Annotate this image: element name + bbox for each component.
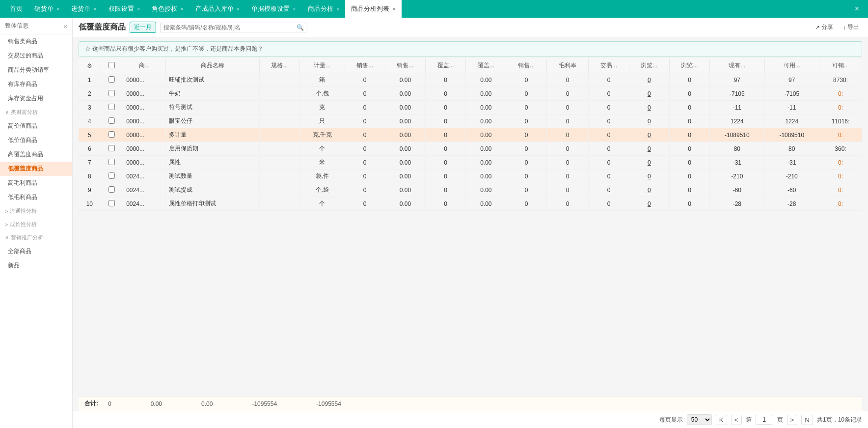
close-product-analysis-tab[interactable]: ×: [336, 6, 339, 12]
th-saleable[interactable]: 可销...: [819, 58, 862, 73]
th-view2[interactable]: 浏览...: [669, 58, 709, 73]
row-checkbox[interactable]: [101, 170, 123, 183]
sidebar-item-stock-capital[interactable]: 库存资金占用: [0, 91, 72, 106]
row-select-checkbox[interactable]: [108, 104, 115, 110]
close-role-tab[interactable]: ×: [180, 6, 183, 12]
close-purchase-tab[interactable]: ×: [93, 6, 96, 12]
row-view1[interactable]: 0: [629, 156, 669, 170]
row-view1[interactable]: 0: [629, 170, 669, 183]
close-product-analysis-list-tab[interactable]: ×: [392, 6, 395, 12]
sidebar-item-low-profit[interactable]: 低毛利商品: [0, 190, 72, 204]
view1-link[interactable]: 0: [648, 77, 651, 84]
nav-role[interactable]: 角色授权 ×: [146, 0, 189, 18]
prev-page-button[interactable]: <: [731, 415, 742, 425]
th-gross[interactable]: 毛利率: [546, 58, 589, 73]
row-select-checkbox[interactable]: [108, 186, 115, 193]
export-button[interactable]: ↓ 导出: [840, 22, 862, 32]
view1-link[interactable]: 0: [648, 104, 651, 111]
close-template-tab[interactable]: ×: [293, 6, 296, 12]
nav-sales[interactable]: 销货单 ×: [28, 0, 65, 18]
sidebar-item-low-coverage[interactable]: 低覆盖度商品: [0, 162, 72, 176]
row-checkbox[interactable]: [101, 156, 123, 170]
select-all-checkbox[interactable]: [108, 62, 115, 68]
view1-link[interactable]: 0: [648, 173, 651, 180]
sidebar-item-stock-products[interactable]: 有库存商品: [0, 77, 72, 91]
sidebar-item-sales-products[interactable]: 销售类商品: [0, 34, 72, 49]
sidebar-collapse-button[interactable]: «: [63, 22, 67, 30]
th-checkbox[interactable]: [101, 58, 123, 73]
th-sales-qty[interactable]: 销售...: [345, 58, 385, 73]
row-checkbox[interactable]: [101, 183, 123, 197]
row-checkbox[interactable]: [101, 142, 123, 156]
nav-home[interactable]: 首页: [4, 0, 28, 18]
row-view1[interactable]: 0: [629, 197, 669, 211]
sidebar-section-liquidity[interactable]: > 流通性分析: [0, 204, 72, 218]
first-page-button[interactable]: K: [716, 415, 727, 425]
view1-link[interactable]: 0: [648, 132, 651, 139]
period-button[interactable]: 近一月: [130, 22, 156, 33]
close-sales-tab[interactable]: ×: [56, 6, 59, 12]
sidebar-item-high-coverage[interactable]: 高覆盖度商品: [0, 147, 72, 162]
view1-link[interactable]: 0: [648, 200, 651, 207]
th-cover2[interactable]: 覆盖...: [466, 58, 506, 73]
page-number-input[interactable]: [756, 415, 773, 425]
th-cover1[interactable]: 覆盖...: [426, 58, 466, 73]
th-spec[interactable]: 规格...: [259, 58, 299, 73]
row-select-checkbox[interactable]: [108, 200, 115, 206]
sidebar-item-low-value[interactable]: 低价值商品: [0, 133, 72, 147]
th-available[interactable]: 可用...: [764, 58, 819, 73]
row-view1[interactable]: 0: [629, 87, 669, 101]
row-checkbox[interactable]: [101, 128, 123, 142]
nav-product-in[interactable]: 产成品入库单 ×: [190, 0, 245, 18]
sidebar-section-growth[interactable]: > 成长性分析: [0, 218, 72, 231]
next-page-button[interactable]: >: [787, 415, 798, 425]
row-view1[interactable]: 0: [629, 101, 669, 114]
per-page-select[interactable]: 50 100 200: [687, 414, 712, 425]
row-view1[interactable]: 0: [629, 114, 669, 128]
th-sales3[interactable]: 销售...: [506, 58, 546, 73]
row-view1[interactable]: 0: [629, 142, 669, 156]
window-close-button[interactable]: ×: [850, 4, 864, 13]
row-checkbox[interactable]: [101, 73, 123, 87]
nav-permission[interactable]: 权限设置 ×: [103, 0, 146, 18]
row-select-checkbox[interactable]: [108, 145, 115, 151]
th-settings[interactable]: ⚙: [79, 58, 101, 73]
row-view1[interactable]: 0: [629, 73, 669, 87]
row-checkbox[interactable]: [101, 101, 123, 114]
share-button[interactable]: ↗ 分享: [812, 22, 836, 32]
nav-product-analysis[interactable]: 商品分析 ×: [302, 0, 345, 18]
row-select-checkbox[interactable]: [108, 90, 115, 96]
row-checkbox[interactable]: [101, 114, 123, 128]
search-input[interactable]: [163, 24, 295, 31]
sidebar-section-wealth[interactable]: ∨ 类财富分析: [0, 106, 72, 119]
row-select-checkbox[interactable]: [108, 76, 115, 83]
row-view1[interactable]: 0: [629, 183, 669, 197]
th-trade[interactable]: 交易...: [589, 58, 629, 73]
th-view1[interactable]: 浏览...: [629, 58, 669, 73]
nav-template[interactable]: 单据模板设置 ×: [245, 0, 301, 18]
search-icon[interactable]: 🔍: [297, 24, 304, 31]
nav-product-analysis-list[interactable]: 商品分析列表 ×: [345, 0, 401, 18]
sidebar-item-new-products[interactable]: 新品: [0, 258, 72, 273]
th-current[interactable]: 现有...: [710, 58, 764, 73]
row-view1[interactable]: 0: [629, 128, 669, 142]
close-permission-tab[interactable]: ×: [137, 6, 140, 12]
th-sales-amt[interactable]: 销售...: [385, 58, 425, 73]
view1-link[interactable]: 0: [648, 145, 651, 152]
th-unit[interactable]: 计量...: [299, 58, 345, 73]
row-select-checkbox[interactable]: [108, 117, 115, 124]
sidebar-item-traded-products[interactable]: 交易过的商品: [0, 49, 72, 63]
view1-link[interactable]: 0: [648, 159, 651, 166]
view1-link[interactable]: 0: [648, 90, 651, 97]
sidebar-item-all-products[interactable]: 全部商品: [0, 244, 72, 258]
view1-link[interactable]: 0: [648, 187, 651, 194]
th-code[interactable]: 商...: [123, 58, 166, 73]
sidebar-item-category-rate[interactable]: 商品分类动销率: [0, 63, 72, 77]
row-select-checkbox[interactable]: [108, 159, 115, 165]
last-page-button[interactable]: N: [801, 415, 813, 425]
row-checkbox[interactable]: [101, 87, 123, 101]
row-select-checkbox[interactable]: [108, 131, 115, 138]
row-select-checkbox[interactable]: [108, 172, 115, 179]
nav-purchase[interactable]: 进货单 ×: [65, 0, 102, 18]
row-checkbox[interactable]: [101, 197, 123, 211]
